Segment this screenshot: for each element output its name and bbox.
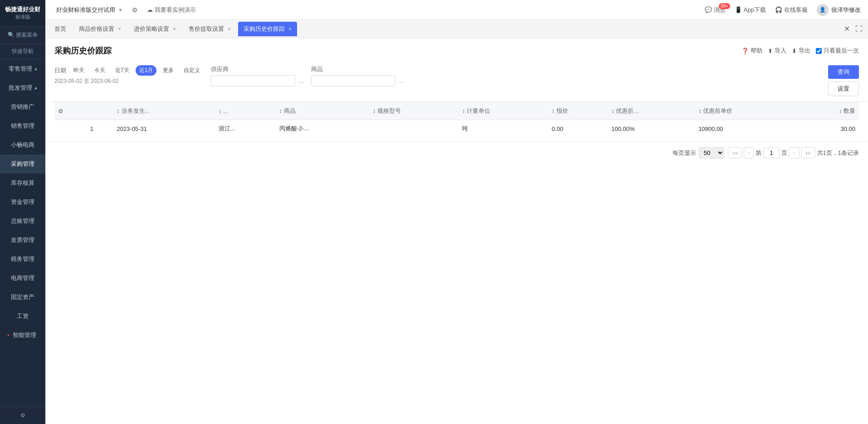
sidebar-item-ecommerce[interactable]: 电商管理: [0, 269, 45, 288]
th-index: [87, 102, 113, 120]
tab-sale-strategy-close[interactable]: ×: [228, 26, 231, 32]
date-options: 昨天 今天 近7天 近1月 更多 自定义: [70, 65, 204, 76]
th-biz-date[interactable]: ↕ 业务发生...: [113, 102, 215, 120]
th-more[interactable]: ↕ ...: [215, 102, 275, 120]
sidebar-item-fixed-assets[interactable]: 固定资产: [0, 288, 45, 307]
date-1month-btn[interactable]: 近1月: [136, 65, 157, 76]
page-first-button[interactable]: ⏮: [728, 147, 742, 159]
sidebar-item-ecommerce-small[interactable]: 小畅电商: [0, 135, 45, 154]
product-input[interactable]: [315, 77, 391, 84]
page-unit: 页: [781, 149, 787, 157]
sidebar-item-finance[interactable]: 资金管理: [0, 193, 45, 212]
date-more-btn[interactable]: 更多: [159, 65, 177, 76]
sidebar-item-purchase[interactable]: 采购管理: [0, 154, 45, 173]
tab-price-settings[interactable]: 商品价格设置 ×: [73, 22, 127, 36]
th-product[interactable]: ↕ 商品: [276, 102, 369, 120]
messages-button[interactable]: 💬 消息 99+: [705, 6, 726, 14]
topbar: 好业财标准版交付试用 ▼ ⚙ ☁ 我要看实例演示 💬 消息 99+ 📱 App下…: [45, 0, 868, 20]
supplier-more-btn[interactable]: ...: [299, 77, 304, 84]
page-next-button[interactable]: ›: [789, 147, 799, 159]
import-button[interactable]: ⬆ 导入: [768, 47, 786, 55]
th-unit-price[interactable]: ↕ 优惠前单价: [695, 102, 799, 120]
date-range-display: 2023-05-02 至 2023-06-02: [54, 77, 204, 85]
demo-icon: ☁: [147, 6, 153, 13]
sort-icon: ↕: [552, 107, 555, 114]
tab-purchase-history[interactable]: 采购历史价跟踪 ×: [238, 22, 297, 36]
th-price[interactable]: ↕ 报价: [548, 102, 608, 120]
sidebar-item-smart[interactable]: ● 智能管理: [0, 326, 45, 345]
sidebar-item-tax[interactable]: 税务管理: [0, 250, 45, 269]
cell-spec: [369, 120, 458, 138]
sidebar-item-sales[interactable]: 销售管理: [0, 116, 45, 135]
th-gear[interactable]: ⚙: [54, 102, 87, 120]
user-profile[interactable]: 👤 徐泽华修改: [817, 4, 861, 16]
product-more-btn[interactable]: ...: [399, 77, 404, 84]
date-filter-group: 日期 昨天 今天 近7天 近1月 更多 自定义 2023-05-02 至 202…: [54, 65, 204, 85]
sidebar-item-inventory[interactable]: 库存核算: [0, 173, 45, 193]
tab-purchase-history-label: 采购历史价跟踪: [244, 25, 285, 33]
cell-price: 0.00: [548, 120, 608, 138]
data-table: ⚙ ↕ 业务发生... ↕ ... ↕ 商品: [54, 102, 859, 138]
tab-purchase-history-close[interactable]: ×: [288, 26, 292, 32]
date-yesterday-btn[interactable]: 昨天: [70, 65, 88, 76]
app-logo: 畅捷通好业财 标准版: [0, 0, 45, 27]
date-label: 日期: [54, 67, 66, 75]
sort-icon: ↕: [839, 107, 842, 114]
message-icon: 💬: [705, 6, 712, 13]
help-button[interactable]: ❓ 帮助: [741, 47, 762, 55]
th-discount[interactable]: ↕ 优惠折...: [608, 102, 695, 120]
page-last-button[interactable]: ⏭: [801, 147, 815, 159]
tab-expand-icon[interactable]: ⛶: [853, 23, 864, 35]
supplier-label: 供应商: [211, 65, 304, 73]
sidebar-search[interactable]: 🔍 搜索菜单: [0, 27, 45, 44]
sidebar-item-payroll[interactable]: 工资: [0, 307, 45, 326]
tab-close-window-icon[interactable]: ✕: [842, 23, 852, 35]
mobile-icon: 📱: [735, 6, 742, 13]
tab-price-settings-close[interactable]: ×: [118, 26, 121, 32]
sidebar-item-marketing[interactable]: 营销推广: [0, 97, 45, 116]
supplier-filter-row: ...: [211, 75, 304, 87]
cell-biz-date: 2023-05-31: [113, 120, 215, 138]
sidebar-item-wholesale[interactable]: 批发管理 ▲: [0, 78, 45, 97]
sort-icon: ↕: [462, 107, 465, 114]
per-page-selector: 每页显示 50 100 200: [673, 147, 724, 159]
only-last-checkbox[interactable]: [816, 48, 822, 54]
demo-link[interactable]: ☁ 我要看实例演示: [147, 6, 196, 14]
online-service-button[interactable]: 🎧 在线客服: [775, 6, 808, 14]
date-today-btn[interactable]: 今天: [91, 65, 109, 76]
cell-index: 1: [87, 120, 113, 138]
sidebar-item-invoice[interactable]: 发票管理: [0, 231, 45, 250]
supplier-input[interactable]: [215, 77, 291, 84]
date-7days-btn[interactable]: 近7天: [112, 65, 133, 76]
query-button[interactable]: 查询: [828, 65, 859, 79]
app-download-button[interactable]: 📱 App下载: [735, 6, 766, 14]
export-button[interactable]: ⬇ 导出: [792, 47, 810, 55]
date-custom-btn[interactable]: 自定义: [180, 65, 204, 76]
tab-purchase-strategy-close[interactable]: ×: [173, 26, 176, 32]
product-selector[interactable]: 好业财标准版交付试用 ▼: [53, 4, 127, 16]
tab-purchase-strategy[interactable]: 进价策略设置 ×: [128, 22, 181, 36]
th-spec[interactable]: ↕ 规格型号: [369, 102, 458, 120]
page-label: 第: [756, 149, 761, 157]
page-prev-button[interactable]: ‹: [744, 147, 754, 159]
th-quantity[interactable]: ↕ 数量: [799, 102, 859, 120]
table-wrap: ⚙ ↕ 业务发生... ↕ ... ↕ 商品: [45, 102, 868, 138]
th-unit[interactable]: ↕ 计量单位: [458, 102, 548, 120]
topbar-gear-icon[interactable]: ⚙: [132, 6, 138, 14]
sort-icon: ↕: [279, 107, 283, 114]
sidebar-item-ledger[interactable]: 总账管理: [0, 212, 45, 231]
tab-sale-strategy[interactable]: 售价提取设置 ×: [183, 22, 236, 36]
selector-text: 好业财标准版交付试用: [56, 6, 115, 14]
tab-home[interactable]: 首页: [49, 22, 72, 36]
sidebar-settings[interactable]: ⚙: [0, 406, 45, 424]
sidebar-item-retail[interactable]: 零售管理 ▲: [0, 59, 45, 78]
sidebar-quick-nav[interactable]: 快捷导航: [0, 44, 45, 59]
product-filter-group: 商品 ...: [311, 65, 404, 87]
gear-icon: ⚙: [20, 412, 25, 419]
message-badge: 99+: [719, 3, 730, 9]
settings-button[interactable]: 设置: [828, 82, 859, 96]
per-page-select[interactable]: 50 100 200: [699, 147, 724, 159]
tab-price-settings-label: 商品价格设置: [79, 25, 114, 33]
pagination: 每页显示 50 100 200 ⏮ ‹ 第 页 › ⏭ 共1页，1条记录: [45, 141, 868, 164]
page-number-input[interactable]: [763, 148, 780, 158]
